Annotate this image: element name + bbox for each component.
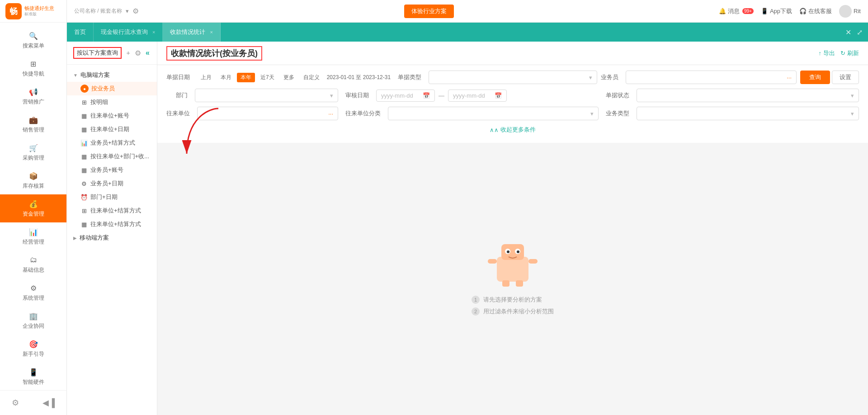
- settings-gear-icon[interactable]: ⚙: [132, 7, 139, 15]
- tab-home[interactable]: 首页: [67, 23, 94, 42]
- tree-group-desktop-header[interactable]: ▼ 电脑端方案: [67, 68, 157, 82]
- query-button[interactable]: 查询: [800, 71, 830, 84]
- guide-icon: 🎯: [28, 339, 38, 349]
- sidebar-collapse-button[interactable]: ◀▐: [39, 396, 58, 410]
- tree-item-partner-date[interactable]: ▦ 往来单位+日期: [67, 123, 157, 136]
- more-options-icon: ···: [328, 110, 333, 117]
- review-date-from[interactable]: yyyy-mm-dd 📅: [376, 90, 435, 102]
- biz-type-dropdown[interactable]: ▾: [637, 107, 859, 120]
- counterpart-input[interactable]: ···: [197, 107, 338, 120]
- tab-bank-flow[interactable]: 现金银行流水查询 ×: [94, 23, 163, 42]
- collapse-button[interactable]: ∧∧ 收起更多条件: [166, 122, 859, 137]
- empty-hint-1: 1 请先选择要分析的方案: [472, 296, 554, 304]
- tab-close-all-icon[interactable]: ✕: [845, 28, 851, 37]
- tree-item-partner-settlement2[interactable]: ▦ 往来单位+结算方式: [67, 217, 157, 231]
- dropdown-arrow-icon: ▾: [851, 110, 854, 117]
- sidebar-item-purchase[interactable]: 🛒 采购管理: [0, 138, 66, 166]
- dropdown-arrow-icon: ▾: [590, 110, 594, 117]
- category-dropdown[interactable]: ▾: [429, 71, 597, 84]
- tree-item-dept-date[interactable]: ⏰ 部门+日期: [67, 190, 157, 204]
- date-to-placeholder: yyyy-mm-dd: [453, 92, 485, 99]
- tree-item-icon: ⏰: [80, 194, 88, 201]
- scheme-tree: ▼ 电脑端方案 ● 按业务员 ⊞ 按明细 ▦: [67, 65, 157, 248]
- sidebar-item-operations[interactable]: 📊 经营管理: [0, 222, 66, 250]
- scheme-add-button[interactable]: +: [125, 48, 131, 58]
- tree-item-icon: ⊞: [80, 99, 88, 106]
- tab-close-icon[interactable]: ×: [152, 29, 155, 35]
- sidebar-settings-button[interactable]: ⚙: [8, 396, 23, 410]
- date-tab-last7[interactable]: 近7天: [257, 73, 278, 82]
- content-area: 按以下方案查询 + ⚙ « ▼ 电脑端方案: [67, 42, 868, 415]
- settings-button[interactable]: 设置: [832, 71, 859, 84]
- sidebar-item-enterprise[interactable]: 🏢 企业协同: [0, 307, 66, 335]
- user-name: Rit: [854, 8, 861, 14]
- scheme-settings-button[interactable]: ⚙: [134, 48, 142, 58]
- calendar-icon: 📅: [495, 92, 502, 99]
- tree-item-icon: ▦: [80, 113, 88, 119]
- review-date-to[interactable]: yyyy-mm-dd 📅: [448, 90, 507, 102]
- tree-item-salesperson-account[interactable]: ▦ 业务员+账号: [67, 163, 157, 177]
- sidebar-item-finance[interactable]: 💰 资金管理: [0, 194, 66, 222]
- date-tab-custom[interactable]: 自定义: [300, 73, 323, 82]
- tree-item-by-detail[interactable]: ⊞ 按明细: [67, 95, 157, 109]
- salesperson-input[interactable]: ···: [626, 71, 797, 84]
- filter-row-3: 往来单位 ··· 往来单位分类 ▾: [166, 107, 859, 120]
- sidebar: 畅 畅捷通好生意 标准版 🔍 搜索菜单 ⊞ 快捷导航 📢 营销推广 💼 销售管理: [0, 0, 67, 415]
- date-tab-this-month[interactable]: 本月: [217, 73, 235, 82]
- scheme-collapse-button[interactable]: «: [145, 48, 151, 58]
- sidebar-item-label: 系统管理: [23, 294, 44, 302]
- breadcrumb-dropdown[interactable]: ▾: [126, 8, 129, 14]
- sidebar-item-hardware[interactable]: 📱 智能硬件: [0, 363, 66, 390]
- tree-item-salesperson-settlement[interactable]: 📊 业务员+结算方式: [67, 136, 157, 150]
- sidebar-item-label: 采购管理: [23, 154, 44, 162]
- sidebar-item-inventory[interactable]: 📦 库存核算: [0, 166, 66, 194]
- sidebar-item-guide[interactable]: 🎯 新手引导: [0, 335, 66, 363]
- app-download-button[interactable]: 📱 App下载: [761, 7, 792, 15]
- date-tab-more[interactable]: 更多: [280, 73, 298, 82]
- counterpart-category-dropdown[interactable]: ▾: [388, 107, 599, 120]
- tree-item-label: 业务员+结算方式: [90, 139, 135, 147]
- finance-icon: 💰: [28, 199, 38, 209]
- date-tab-prev-month[interactable]: 上月: [197, 73, 215, 82]
- tree-group-mobile-header[interactable]: ▶ 移动端方案: [67, 231, 157, 245]
- trial-button[interactable]: 体验行业方案: [404, 5, 454, 18]
- breadcrumb: 公司名称 / 账套名称: [74, 7, 122, 15]
- tree-item-by-salesperson[interactable]: ● 按业务员: [67, 82, 157, 95]
- export-button[interactable]: ↑ 导出: [819, 49, 835, 57]
- date-separator: —: [439, 92, 444, 99]
- svg-rect-7: [528, 259, 538, 264]
- sidebar-item-system[interactable]: ⚙ 系统管理: [0, 278, 66, 307]
- tree-group-mobile: ▶ 移动端方案: [67, 231, 157, 245]
- notifications-button[interactable]: 🔔 消息 99+: [719, 7, 754, 15]
- empty-hints: 1 请先选择要分析的方案 2 用过滤条件来缩小分析范围: [472, 296, 554, 319]
- sidebar-item-quick-nav[interactable]: ⊞ 快捷导航: [0, 54, 66, 82]
- sidebar-item-sales[interactable]: 💼 销售管理: [0, 110, 66, 138]
- tree-item-icon: ▦: [80, 126, 88, 133]
- tree-item-label: 往来单位+结算方式: [90, 207, 141, 215]
- online-service-button[interactable]: 🎧 在线客服: [799, 7, 832, 15]
- main-area: 公司名称 / 账套名称 ▾ ⚙ 体验行业方案 🔔 消息 99+ 📱 App下载 …: [67, 0, 868, 415]
- more-options-icon: ···: [787, 74, 792, 81]
- date-range-text: 2023-01-01 至 2023-12-31: [327, 74, 391, 81]
- date-tab-this-year[interactable]: 本年: [237, 73, 255, 82]
- refresh-button[interactable]: ↻ 刷新: [840, 49, 859, 57]
- sidebar-item-label: 经营管理: [23, 238, 44, 246]
- export-label: 导出: [823, 49, 835, 57]
- tree-item-salesperson-date[interactable]: ⚙ 业务员+日期: [67, 177, 157, 190]
- tree-item-partner-settlement[interactable]: ⊞ 往来单位+结算方式: [67, 204, 157, 217]
- department-dropdown[interactable]: ▾: [195, 89, 338, 102]
- tree-item-by-partner-dept-income[interactable]: ▦ 按往来单位+部门+收...: [67, 150, 157, 163]
- logo-text: 畅捷通好生意: [24, 5, 54, 11]
- tree-item-label: 部门+日期: [90, 193, 118, 201]
- bill-status-dropdown[interactable]: ▾: [637, 89, 859, 102]
- sidebar-item-search-menu[interactable]: 🔍 搜索菜单: [0, 26, 66, 54]
- tab-expand-icon[interactable]: ⤢: [857, 28, 863, 37]
- tab-income-stats[interactable]: 收款情况统计 ×: [163, 23, 220, 42]
- svg-rect-1: [501, 244, 524, 260]
- sidebar-item-marketing[interactable]: 📢 营销推广: [0, 82, 66, 110]
- tree-item-partner-account[interactable]: ▦ 往来单位+账号: [67, 109, 157, 123]
- tab-close-icon[interactable]: ×: [210, 29, 212, 35]
- user-info[interactable]: Rit: [839, 5, 861, 18]
- sidebar-item-basic[interactable]: 🗂 基础信息: [0, 250, 66, 278]
- tab-label: 首页: [74, 28, 86, 36]
